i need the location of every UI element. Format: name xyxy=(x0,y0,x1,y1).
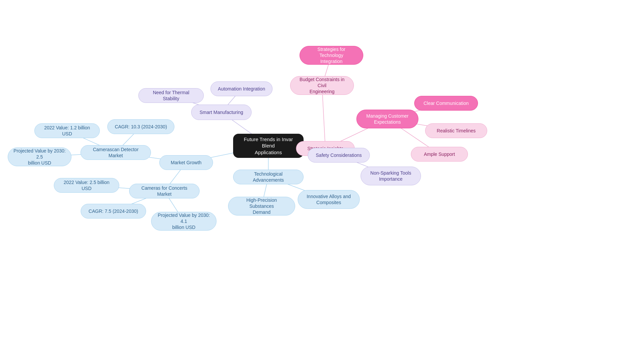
val-2022-1-node[interactable]: 2022 Value: 1.2 billion USD xyxy=(35,123,100,138)
realistic-timelines-label: Realistic Timelines xyxy=(437,128,476,134)
innovative-alloys-node[interactable]: Innovative Alloys and Composites xyxy=(298,190,360,209)
market-growth-node[interactable]: Market Growth xyxy=(159,155,213,170)
cagr-2-label: CAGR: 7.5 (2024-2030) xyxy=(89,208,138,214)
val-2022-1-label: 2022 Value: 1.2 billion USD xyxy=(40,125,94,137)
automation-integration-label: Automation Integration xyxy=(218,86,265,92)
non-sparking-node[interactable]: Non-Sparking Tools Importance xyxy=(361,167,421,185)
market-growth-label: Market Growth xyxy=(171,160,202,166)
cagr-1-label: CAGR: 10.3 (2024-2030) xyxy=(115,124,167,130)
proj-2030-1-node[interactable]: Projected Value by 2030: 2.5 billion USD xyxy=(8,147,71,166)
val-2022-2-label: 2022 Value: 2.5 billion USD xyxy=(60,179,114,191)
cameras-concerts-label: Cameras for Concerts Market xyxy=(135,185,194,197)
need-thermal-stability-node[interactable]: Need for Thermal Stability xyxy=(139,88,204,103)
ample-support-label: Ample Support xyxy=(424,151,455,157)
ample-support-node[interactable]: Ample Support xyxy=(411,147,468,162)
proj-2030-1-label: Projected Value by 2030: 2.5 billion USD xyxy=(13,148,66,166)
cagr-1-node[interactable]: CAGR: 10.3 (2024-2030) xyxy=(107,119,174,134)
high-precision-node[interactable]: High-Precision Substances Demand xyxy=(228,197,295,216)
tech-advancements-label: Technological Advancements xyxy=(239,171,298,183)
realistic-timelines-node[interactable]: Realistic Timelines xyxy=(425,123,487,138)
high-precision-label: High-Precision Substances Demand xyxy=(234,197,289,216)
strategies-tech-label: Strategies for Technology Integration xyxy=(305,46,358,65)
managing-customer-label: Managing Customer Expectations xyxy=(366,113,409,125)
need-thermal-stability-label: Need for Thermal Stability xyxy=(144,89,198,102)
budget-constraints-node[interactable]: Budget Constraints in Civil Engineering xyxy=(290,76,354,95)
center-node[interactable]: Future Trends in Invar Blend Application… xyxy=(233,134,304,158)
clear-communication-node[interactable]: Clear Communication xyxy=(414,96,478,111)
clear-communication-label: Clear Communication xyxy=(424,100,469,106)
smart-manufacturing-label: Smart Manufacturing xyxy=(200,109,243,115)
cameras-concerts-node[interactable]: Cameras for Concerts Market xyxy=(129,184,200,198)
camerascan-detector-label: Camerascan Detector Market xyxy=(86,146,145,159)
safety-considerations-label: Safety Considerations xyxy=(316,152,362,158)
smart-manufacturing-node[interactable]: Smart Manufacturing xyxy=(191,105,252,120)
automation-integration-node[interactable]: Automation Integration xyxy=(211,81,273,96)
managing-customer-node[interactable]: Managing Customer Expectations xyxy=(357,110,419,128)
proj-2030-2-label: Projected Value by 2030: 4.1 billion USD xyxy=(157,212,211,231)
proj-2030-2-node[interactable]: Projected Value by 2030: 4.1 billion USD xyxy=(151,212,217,231)
camerascan-detector-node[interactable]: Camerascan Detector Market xyxy=(80,145,151,160)
budget-constraints-label: Budget Constraints in Civil Engineering xyxy=(296,76,348,95)
tech-advancements-node[interactable]: Technological Advancements xyxy=(233,170,304,184)
innovative-alloys-label: Innovative Alloys and Composites xyxy=(307,193,351,205)
cagr-2-node[interactable]: CAGR: 7.5 (2024-2030) xyxy=(81,204,146,219)
non-sparking-label: Non-Sparking Tools Importance xyxy=(370,170,411,182)
val-2022-2-node[interactable]: 2022 Value: 2.5 billion USD xyxy=(54,178,119,193)
center-node-label: Future Trends in Invar Blend Application… xyxy=(238,136,298,156)
strategies-tech-node[interactable]: Strategies for Technology Integration xyxy=(300,46,363,65)
svg-line-16 xyxy=(322,85,325,148)
safety-considerations-node[interactable]: Safety Considerations xyxy=(308,148,370,163)
